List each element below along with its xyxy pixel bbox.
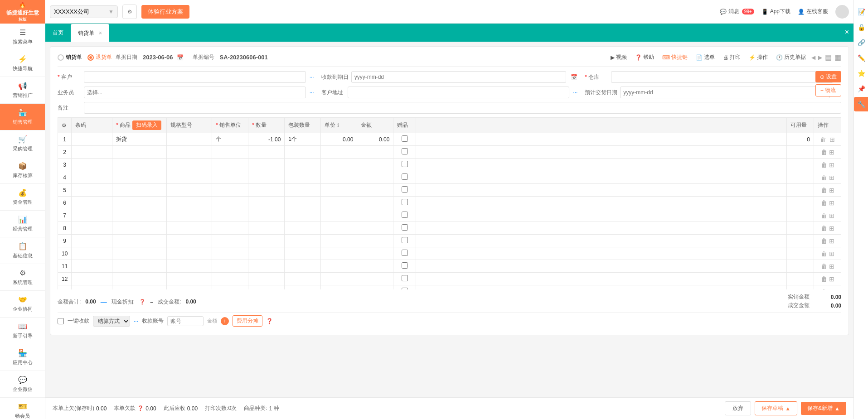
view-list-icon[interactable]: ▤ <box>825 53 832 62</box>
video-btn[interactable]: ▶ 视频 <box>608 52 630 63</box>
row2-copy-icon[interactable]: ⊞ <box>829 149 834 156</box>
row9-gift-checkbox[interactable] <box>402 237 408 243</box>
th-settings[interactable]: ⚙ <box>58 118 72 133</box>
salesman-more-icon[interactable]: ··· <box>310 89 314 96</box>
row13-delete-icon[interactable]: 🗑 <box>821 288 827 290</box>
row1-barcode[interactable] <box>72 133 112 146</box>
row5-gift-checkbox[interactable] <box>402 186 408 193</box>
sidebar-item-basic-info[interactable]: 📋 基础信息 <box>0 237 45 264</box>
fee-split-button[interactable]: 费用分摊 <box>233 315 262 327</box>
discount-info-icon[interactable]: ❓ <box>139 299 145 305</box>
save-new-button[interactable]: 保存&新增 ▲ <box>801 402 846 415</box>
row4-copy-icon[interactable]: ⊞ <box>829 174 834 181</box>
sidebar-item-management[interactable]: 📊 经营管理 <box>0 211 45 237</box>
right-sidebar-item-6[interactable]: 📌 <box>854 82 868 96</box>
payment-method-more[interactable]: ··· <box>134 318 138 324</box>
account-input[interactable] <box>167 316 204 326</box>
row6-copy-icon[interactable]: ⊞ <box>829 199 834 207</box>
row9-delete-icon[interactable]: 🗑 <box>821 237 827 245</box>
row4-gift-checkbox[interactable] <box>402 173 408 180</box>
row7-copy-icon[interactable]: ⊞ <box>829 212 834 219</box>
view-grid-icon[interactable]: ▦ <box>834 53 841 62</box>
nav-next-icon[interactable]: ▶ <box>818 54 822 61</box>
row1-delete-icon[interactable]: 🗑 <box>820 136 826 143</box>
row12-delete-icon[interactable]: 🗑 <box>821 275 827 283</box>
tab-home[interactable]: 首页 <box>45 24 71 42</box>
row7-delete-icon[interactable]: 🗑 <box>821 212 827 219</box>
row10-gift-checkbox[interactable] <box>402 250 408 256</box>
row9-copy-icon[interactable]: ⊞ <box>829 237 834 245</box>
row5-delete-icon[interactable]: 🗑 <box>821 187 827 194</box>
nav-prev-icon[interactable]: ◀ <box>811 54 815 61</box>
sidebar-item-purchase[interactable]: 🛒 采购管理 <box>0 130 45 157</box>
logistics-action-button[interactable]: + 物流 <box>815 84 841 96</box>
row2-gift-checkbox[interactable] <box>402 148 408 154</box>
sidebar-item-member[interactable]: 🎫 畅会员 <box>0 398 45 419</box>
discard-button[interactable]: 放弃 <box>725 401 751 415</box>
history-btn[interactable]: 🕐 历史单据 <box>773 52 809 63</box>
customer-more-icon[interactable]: ··· <box>310 74 314 80</box>
sidebar-item-shortcut[interactable]: ⚡ 快捷导航 <box>0 50 45 77</box>
payment-help-icon[interactable]: ❓ <box>266 318 273 324</box>
price-info-icon[interactable]: ℹ <box>337 122 339 128</box>
row13-gift-checkbox[interactable] <box>402 288 408 289</box>
calendar-icon[interactable]: 📅 <box>177 54 184 61</box>
row13-copy-icon[interactable]: ⊞ <box>829 288 834 290</box>
tab-sales-order[interactable]: 销货单 × <box>71 24 109 42</box>
sidebar-item-app-center[interactable]: 🏪 应用中心 <box>0 344 45 371</box>
trial-button[interactable]: 体验行业方案 <box>141 5 189 19</box>
header-settings-button[interactable]: ⚙ <box>122 5 137 19</box>
row10-delete-icon[interactable]: 🗑 <box>821 250 827 257</box>
warehouse-input[interactable]: 建材仓 <box>611 71 833 83</box>
message-button[interactable]: 💬 消息 99+ <box>720 8 754 15</box>
row1-gift[interactable] <box>393 133 416 146</box>
company-selector[interactable]: XXXXXX公司 ▼ <box>50 5 118 18</box>
row8-gift-checkbox[interactable] <box>402 224 408 231</box>
user-avatar[interactable] <box>835 5 849 19</box>
row12-gift-checkbox[interactable] <box>402 275 408 281</box>
receipt-date-cal-icon[interactable]: 📅 <box>571 74 577 80</box>
customer-addr-more-icon[interactable]: ··· <box>573 89 577 96</box>
row7-gift-checkbox[interactable] <box>402 212 408 218</box>
select-btn[interactable]: 📄 选单 <box>693 52 718 63</box>
print-btn[interactable]: 🖨 打印 <box>720 52 743 63</box>
save-draft-button[interactable]: 保存草稿 ▲ <box>755 401 797 415</box>
row3-gift-checkbox[interactable] <box>402 161 408 167</box>
row11-copy-icon[interactable]: ⊞ <box>829 263 834 270</box>
right-sidebar-item-1[interactable]: 📝 <box>854 5 868 19</box>
row1-spec[interactable] <box>167 133 212 146</box>
right-sidebar-item-2[interactable]: 🔒 <box>854 20 868 34</box>
sidebar-item-guide[interactable]: 📖 新手引导 <box>0 318 45 344</box>
app-download-button[interactable]: 📱 App下载 <box>761 8 790 15</box>
right-sidebar-item-3[interactable]: 🔗 <box>854 35 868 50</box>
add-payment-button[interactable]: + <box>221 317 229 325</box>
sidebar-item-collab[interactable]: 🤝 企业协同 <box>0 291 45 318</box>
scan-button[interactable]: 扫码录入 <box>132 120 161 130</box>
one-click-payment-checkbox[interactable] <box>58 318 64 324</box>
right-sidebar-item-7[interactable]: 🔧 <box>854 97 868 111</box>
row11-gift-checkbox[interactable] <box>402 262 408 269</box>
row6-delete-icon[interactable]: 🗑 <box>821 199 827 207</box>
sidebar-item-wechat[interactable]: 💬 企业微信 <box>0 371 45 398</box>
notes-input[interactable] <box>84 102 841 114</box>
radio-return[interactable]: 退货单 <box>87 53 112 61</box>
customer-addr-input[interactable] <box>348 87 570 98</box>
sidebar-item-system[interactable]: ⚙ 系统管理 <box>0 264 45 291</box>
radio-sales[interactable]: 销货单 <box>58 53 82 61</box>
row4-delete-icon[interactable]: 🗑 <box>821 174 827 181</box>
shortcut-btn[interactable]: ⌨ 快捷键 <box>659 52 690 63</box>
salesman-input[interactable] <box>84 87 306 98</box>
sidebar-item-inventory[interactable]: 📦 库存核算 <box>0 157 45 184</box>
row2-delete-icon[interactable]: 🗑 <box>821 149 827 156</box>
row1-copy-icon[interactable]: ⊞ <box>829 136 835 143</box>
row11-delete-icon[interactable]: 🗑 <box>821 263 827 270</box>
sidebar-item-marketing[interactable]: 📢 营销推广 <box>0 77 45 104</box>
row1-amount[interactable]: 0.00 <box>357 133 393 146</box>
help-btn[interactable]: ❓ 帮助 <box>632 52 657 63</box>
row3-copy-icon[interactable]: ⊞ <box>829 161 834 169</box>
tab-close-icon[interactable]: × <box>99 30 102 36</box>
right-sidebar-item-4[interactable]: ✏️ <box>854 51 868 65</box>
total-owed-info-icon[interactable]: ❓ <box>137 405 144 411</box>
row1-gift-checkbox[interactable] <box>402 135 408 142</box>
row1-qty[interactable]: -1.00 <box>248 133 285 146</box>
